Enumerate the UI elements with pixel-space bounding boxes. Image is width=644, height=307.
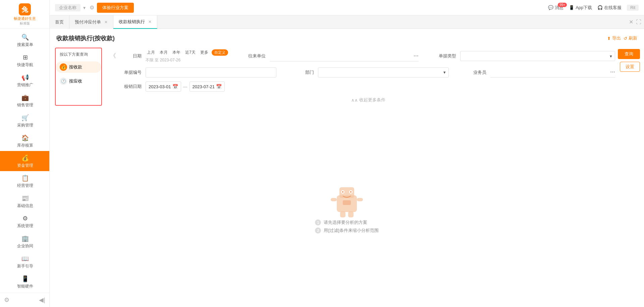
- marketing-icon: 📢: [21, 74, 29, 81]
- close-window-icon[interactable]: ✕: [629, 19, 633, 25]
- page-header: 收款核销执行(按收款) ⬆ 导出 ↺ 刷新: [50, 29, 644, 45]
- staff-input[interactable]: [490, 67, 610, 77]
- settings-icon[interactable]: ⚙: [4, 296, 9, 304]
- doctype-dropdown-icon: ▾: [610, 54, 612, 59]
- dept-select[interactable]: ▾: [318, 67, 449, 78]
- service-label: 在线客服: [604, 5, 622, 11]
- nav-label-search: 搜索菜单: [17, 42, 33, 48]
- filter-option-by-receivable[interactable]: 🕐 按应收: [56, 75, 101, 87]
- app-download-button[interactable]: 📱 App下载: [569, 5, 592, 11]
- verify-date-start[interactable]: 2023-03-01 📅: [146, 82, 181, 92]
- sidebar-item-marketing[interactable]: 📢 营销推广: [0, 70, 49, 91]
- sidebar-item-inventory[interactable]: 🏠 库存核算: [0, 131, 49, 151]
- filter-sidebar-title: 按以下方案查询: [56, 52, 88, 57]
- page-title: 收款核销执行(按收款): [56, 34, 115, 42]
- collapse-more-icon: ∧∧: [351, 98, 358, 103]
- tab-prepay-close[interactable]: ✕: [104, 20, 108, 24]
- date-shortcuts: 上月 本月 本年 近7天 更多 自定义: [146, 49, 228, 56]
- collapse-icon[interactable]: ◀|: [39, 296, 45, 304]
- shortcut-this-year[interactable]: 本年: [171, 49, 182, 56]
- filter-option-by-collection[interactable]: 💰 按收款: [56, 61, 101, 73]
- nav-label-guide: 新手引导: [17, 263, 33, 269]
- sidebar-item-basic[interactable]: 📰 基础信息: [0, 191, 49, 211]
- message-badge: 99+: [558, 3, 567, 7]
- dropdown-icon[interactable]: ▾: [83, 5, 86, 10]
- empty-tip-1: 1 请先选择要分析的方案: [315, 219, 378, 225]
- page-actions: ⬆ 导出 ↺ 刷新: [607, 35, 637, 41]
- sidebar-item-finance[interactable]: 💰 资金管理: [0, 151, 49, 171]
- query-button[interactable]: 查询: [618, 49, 640, 59]
- date-custom-badge[interactable]: 自定义: [212, 49, 228, 56]
- inventory-icon: 🏠: [21, 134, 29, 142]
- sidebar-item-enterprise[interactable]: 🏢 企业协同: [0, 232, 49, 252]
- tip-text-1: 请先选择要分析的方案: [324, 219, 367, 225]
- management-icon: 📋: [21, 174, 29, 182]
- counterpart-input[interactable]: [270, 51, 414, 61]
- sidebar-item-hardware[interactable]: 📱 智能硬件: [0, 272, 49, 292]
- tab-collection-label: 收款核销执行: [119, 19, 145, 25]
- collection-icon: 💰: [60, 63, 67, 71]
- filter-fields: 日期 上月 本月 本年 近7天 更多 自定义 不限 至 2023-07-26 往…: [119, 45, 618, 108]
- filter-collapse-button[interactable]: 《: [107, 48, 119, 64]
- sidebar: 兔 畅捷通好生意 标准版 🔍 搜索菜单 ⊞ 快捷导航 📢 营销推广 💼 销售管理…: [0, 0, 50, 307]
- tab-bar: 首页 预付冲应付单 ✕ 收款核销执行 ✕ ✕ ⛶: [50, 15, 644, 29]
- filter-actions: 查询 设置: [618, 45, 640, 108]
- date-range-text: 不限 至 2023-07-26: [146, 57, 228, 63]
- nav-label-marketing: 营销推广: [17, 82, 33, 88]
- counterpart-ellipsis[interactable]: ···: [414, 53, 419, 59]
- tab-collection-close[interactable]: ✕: [148, 19, 152, 24]
- refresh-icon: ↺: [624, 36, 627, 41]
- hardware-icon: 📱: [21, 275, 29, 283]
- refresh-button[interactable]: ↺ 刷新: [624, 35, 637, 41]
- empty-tips: 1 请先选择要分析的方案 2 用[过滤]条件来缩小分析范围: [315, 219, 378, 234]
- tab-home[interactable]: 首页: [50, 15, 69, 29]
- docno-label: 单据编号: [121, 69, 142, 75]
- sidebar-footer: ⚙ ◀|: [0, 293, 49, 307]
- user-info[interactable]: Rit: [627, 5, 639, 11]
- dept-dropdown-icon: ▾: [443, 70, 446, 75]
- shortcut-more[interactable]: 更多: [199, 49, 210, 56]
- sidebar-item-guide[interactable]: 📖 新手引导: [0, 252, 49, 272]
- tip-text-2: 用[过滤]条件来缩小分析范围: [324, 227, 378, 234]
- service-icon: 🎧: [597, 5, 603, 10]
- expand-icon[interactable]: ⛶: [636, 19, 641, 25]
- nav-label-inventory: 库存核算: [17, 143, 33, 148]
- app-label: App下载: [576, 5, 592, 11]
- tab-collection[interactable]: 收款核销执行 ✕: [113, 15, 157, 29]
- refresh-label: 刷新: [629, 35, 637, 41]
- staff-ellipsis[interactable]: ···: [610, 69, 615, 75]
- sidebar-item-sales[interactable]: 💼 销售管理: [0, 91, 49, 111]
- verify-date-end[interactable]: 2023-07-21 📅: [190, 82, 225, 92]
- guide-icon: 📖: [21, 255, 29, 262]
- sidebar-item-system[interactable]: ⚙ 系统管理: [0, 211, 49, 232]
- doctype-select[interactable]: ▾: [460, 51, 615, 61]
- settings-button[interactable]: 设置: [620, 62, 640, 72]
- shortcut-this-month[interactable]: 本月: [158, 49, 169, 56]
- shortcut-7days[interactable]: 近7天: [184, 49, 197, 56]
- calendar-end-icon[interactable]: 📅: [216, 84, 222, 89]
- export-icon: ⬆: [607, 36, 611, 41]
- svg-rect-10: [343, 200, 351, 205]
- header-gear-icon[interactable]: ⚙: [90, 4, 94, 11]
- collapse-more-button[interactable]: ∧∧ 收起更多条件: [119, 96, 618, 104]
- sidebar-item-quick-nav[interactable]: ⊞ 快捷导航: [0, 50, 49, 70]
- filter-row-2: 单据编号 部门 ▾ 业务员 ···: [119, 67, 618, 78]
- sidebar-item-purchase[interactable]: 🛒 采购管理: [0, 111, 49, 131]
- verify-date-label: 核销日期: [121, 84, 142, 90]
- header-right: 💬 消息 99+ 📱 App下载 🎧 在线客服 Rit: [548, 5, 639, 11]
- receivable-label: 按应收: [69, 78, 82, 84]
- message-button[interactable]: 💬 消息 99+: [548, 5, 564, 11]
- sidebar-item-management[interactable]: 📋 经营管理: [0, 171, 49, 191]
- shortcut-last-month[interactable]: 上月: [146, 49, 156, 56]
- online-service-button[interactable]: 🎧 在线客服: [597, 5, 622, 11]
- docno-input[interactable]: [146, 67, 276, 78]
- export-label: 导出: [612, 35, 621, 41]
- solution-button[interactable]: 体验行业方案: [97, 3, 134, 13]
- calendar-start-icon[interactable]: 📅: [172, 84, 178, 89]
- tab-prepay[interactable]: 预付冲应付单 ✕: [69, 15, 113, 29]
- sidebar-item-search[interactable]: 🔍 搜索菜单: [0, 30, 49, 50]
- filter-row-3: 核销日期 2023-03-01 📅 — 2023-07-21 📅: [119, 82, 618, 92]
- receivable-icon: 🕐: [60, 78, 67, 85]
- collapse-more-label: 收起更多条件: [359, 97, 385, 103]
- export-button[interactable]: ⬆ 导出: [607, 35, 621, 41]
